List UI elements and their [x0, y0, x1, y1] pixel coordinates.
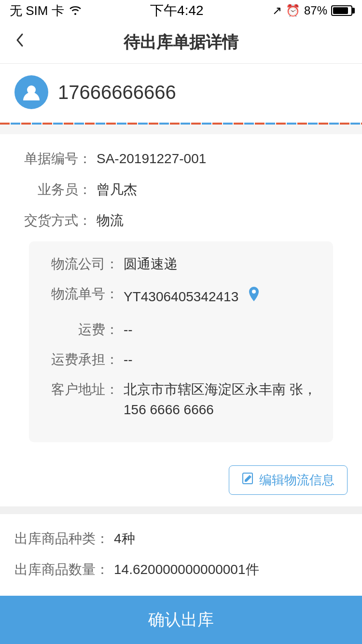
- delivery-row: 交货方式： 物流: [14, 210, 348, 231]
- document-number-row: 单据编号： SA-20191227-001: [14, 149, 348, 169]
- phone-row: 17666666666: [0, 64, 362, 121]
- goods-quantity-label: 出库商品数量：: [14, 560, 109, 580]
- logistics-tracking-label: 物流单号：: [42, 284, 119, 304]
- goods-types-value: 4种: [114, 529, 348, 549]
- delivery-label: 交货方式：: [14, 210, 92, 231]
- edit-icon: [242, 472, 254, 488]
- back-button[interactable]: [14, 29, 27, 55]
- freight-row: 运费： --: [42, 320, 320, 340]
- goods-quantity-row: 出库商品数量： 14.620000000000001件: [14, 560, 348, 580]
- freight-bearer-label: 运费承担：: [42, 350, 119, 370]
- alarm-icon: ⏰: [286, 4, 300, 17]
- map-pin-icon[interactable]: [245, 284, 263, 310]
- goods-types-row: 出库商品种类： 4种: [14, 529, 348, 549]
- status-right: ↗ ⏰ 87%: [272, 4, 352, 17]
- avatar: [14, 75, 48, 109]
- staff-row: 业务员： 曾凡杰: [14, 180, 348, 200]
- address-label: 客户地址：: [42, 379, 119, 400]
- location-status-icon: ↗: [272, 4, 282, 17]
- phone-number: 17666666666: [58, 82, 176, 103]
- goods-types-label: 出库商品种类：: [14, 529, 109, 549]
- freight-value: --: [124, 320, 320, 340]
- edit-logistics-area: 编辑物流信息: [0, 457, 362, 506]
- document-number-label: 单据编号：: [14, 149, 92, 169]
- confirm-button[interactable]: 确认出库: [0, 596, 362, 644]
- page-title: 待出库单据详情: [124, 31, 238, 54]
- logistics-tracking-row: 物流单号： YT4306405342413: [42, 284, 320, 310]
- logistics-company-label: 物流公司：: [42, 254, 119, 274]
- wifi-icon: [69, 3, 82, 18]
- battery-icon: [331, 5, 352, 16]
- battery-percent: 87%: [304, 4, 327, 17]
- carrier-text: 无 SIM 卡: [10, 2, 64, 19]
- status-time: 下午4:42: [150, 1, 204, 20]
- basic-info-section: 单据编号： SA-20191227-001 业务员： 曾凡杰 交货方式： 物流 …: [0, 134, 362, 457]
- goods-quantity-value: 14.620000000000001件: [114, 560, 348, 580]
- status-left: 无 SIM 卡: [10, 2, 82, 19]
- freight-bearer-row: 运费承担： --: [42, 350, 320, 370]
- section-divider: [0, 506, 362, 514]
- goods-section: 出库商品种类： 4种 出库商品数量： 14.620000000000001件: [0, 514, 362, 589]
- status-bar: 无 SIM 卡 下午4:42 ↗ ⏰ 87%: [0, 0, 362, 21]
- freight-bearer-value: --: [124, 350, 320, 370]
- logistics-tracking-value: YT4306405342413: [124, 284, 320, 310]
- logistics-company-row: 物流公司： 圆通速递: [42, 254, 320, 274]
- logistics-card: 物流公司： 圆通速递 物流单号： YT4306405342413 运费：: [29, 241, 333, 442]
- dashed-separator: [0, 121, 362, 125]
- document-number-value: SA-20191227-001: [97, 149, 348, 169]
- confirm-button-label: 确认出库: [148, 609, 214, 631]
- edit-logistics-label: 编辑物流信息: [259, 472, 334, 489]
- edit-logistics-button[interactable]: 编辑物流信息: [229, 465, 348, 495]
- staff-value: 曾凡杰: [97, 180, 348, 200]
- delivery-value: 物流: [97, 210, 348, 231]
- address-row: 客户地址： 北京市市辖区海淀区永丰南 张，156 6666 6666: [42, 379, 320, 420]
- nav-bar: 待出库单据详情: [0, 21, 362, 64]
- address-value: 北京市市辖区海淀区永丰南 张，156 6666 6666: [124, 379, 320, 420]
- logistics-company-value: 圆通速递: [124, 254, 320, 274]
- svg-point-1: [252, 290, 256, 294]
- staff-label: 业务员：: [14, 180, 92, 200]
- freight-label: 运费：: [42, 320, 119, 340]
